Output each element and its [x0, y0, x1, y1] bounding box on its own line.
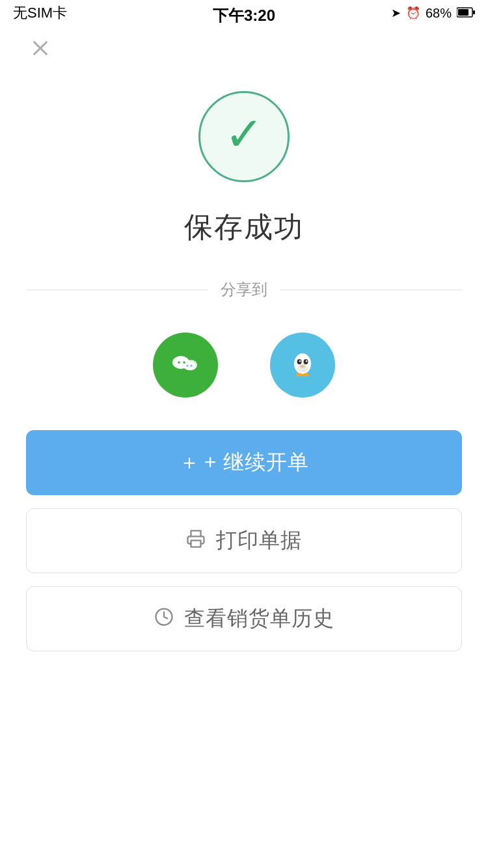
battery-icon	[457, 6, 475, 21]
status-left: 无SIM卡	[13, 3, 72, 23]
success-title: 保存成功	[184, 208, 304, 247]
close-button[interactable]	[26, 34, 55, 62]
share-label: 分享到	[221, 279, 267, 300]
share-icons	[26, 332, 462, 398]
history-label: 查看销货单历史	[184, 604, 334, 633]
continue-order-button[interactable]: ＋ + 继续开单	[26, 430, 462, 495]
svg-rect-2	[458, 9, 468, 16]
share-section: 分享到	[0, 279, 488, 398]
history-icon	[154, 607, 174, 631]
plus-icon: ＋	[179, 448, 200, 477]
share-wechat-button[interactable]	[153, 332, 218, 398]
success-icon-circle: ✓	[198, 91, 290, 182]
svg-point-25	[303, 373, 309, 377]
main-content: ✓ 保存成功 分享到	[0, 26, 488, 651]
history-button[interactable]: 查看销货单历史	[26, 586, 462, 651]
svg-point-17	[190, 364, 192, 366]
svg-point-21	[299, 360, 301, 362]
svg-rect-3	[473, 10, 475, 14]
action-buttons: ＋ + 继续开单 打印单据 查看销货单历史	[0, 430, 488, 651]
carrier-text: 无SIM卡	[13, 3, 67, 23]
location-icon: ➤	[391, 6, 401, 20]
print-button[interactable]: 打印单据	[26, 508, 462, 573]
svg-point-15	[183, 361, 185, 364]
share-divider: 分享到	[26, 279, 462, 300]
svg-point-20	[304, 359, 308, 364]
svg-point-26	[297, 364, 308, 372]
svg-point-24	[296, 373, 303, 377]
svg-point-16	[186, 364, 188, 366]
svg-point-19	[297, 359, 302, 364]
status-time: 下午3:20	[213, 5, 275, 26]
status-bar: 无SIM卡 下午3:20 ➤ ⏰ 68%	[0, 0, 488, 26]
continue-order-label: + 继续开单	[204, 448, 310, 477]
print-icon	[186, 529, 206, 553]
share-qq-button[interactable]	[270, 332, 335, 398]
svg-point-14	[178, 361, 180, 364]
svg-point-22	[306, 360, 307, 362]
battery-text: 68%	[426, 6, 452, 21]
print-label: 打印单据	[216, 526, 302, 555]
svg-rect-27	[191, 540, 201, 547]
status-right: ➤ ⏰ 68%	[391, 6, 475, 21]
checkmark-icon: ✓	[224, 111, 264, 157]
alarm-icon: ⏰	[406, 6, 420, 20]
